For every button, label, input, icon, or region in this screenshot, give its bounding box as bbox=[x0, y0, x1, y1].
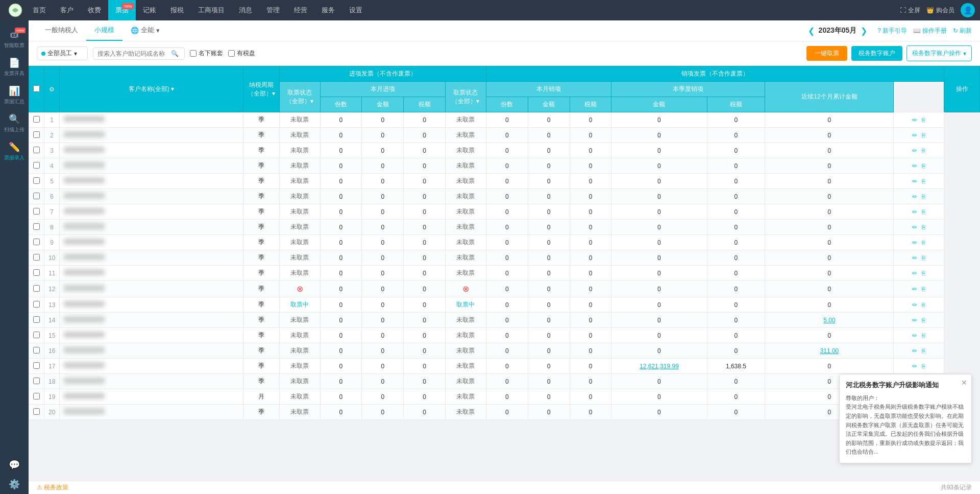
copy-button[interactable]: ⎘ bbox=[922, 286, 925, 293]
sidebar-item-scan-upload[interactable]: 🔍 扫描上传 bbox=[0, 109, 29, 137]
header-out-status[interactable]: 取票状态（全部）▾ bbox=[445, 82, 486, 112]
fullscreen-button[interactable]: ⛶ 全屏 bbox=[900, 6, 920, 15]
nav-message[interactable]: 消息 bbox=[232, 0, 259, 20]
copy-button[interactable]: ⎘ bbox=[922, 178, 925, 185]
tax-digital-button[interactable]: 税务数字账户 bbox=[851, 46, 902, 61]
sidebar-item-smart-ticket[interactable]: 🎟 智能取票 new bbox=[0, 26, 29, 53]
copy-button[interactable]: ⎘ bbox=[922, 208, 925, 216]
search-input[interactable] bbox=[97, 50, 169, 57]
row-checkbox[interactable] bbox=[33, 285, 40, 292]
row-checkbox[interactable] bbox=[33, 269, 40, 276]
row-checkbox[interactable] bbox=[33, 332, 40, 338]
select-all-checkbox[interactable] bbox=[33, 85, 40, 92]
header-tax-period[interactable]: 纳税周期（全部）▾ bbox=[243, 66, 279, 112]
header-in-status[interactable]: 取票状态（全部）▾ bbox=[279, 82, 320, 112]
row-checkbox[interactable] bbox=[33, 223, 40, 230]
sidebar-item-invoice-open[interactable]: 📄 发票开具 bbox=[0, 53, 29, 81]
row-checkbox[interactable] bbox=[33, 316, 40, 323]
edit-button[interactable]: ✏ bbox=[912, 332, 917, 339]
row-checkbox[interactable] bbox=[33, 208, 40, 215]
tab-small-scale[interactable]: 小规模 bbox=[86, 20, 122, 41]
row-checkbox[interactable] bbox=[33, 408, 40, 415]
notification-close-button[interactable]: ✕ bbox=[961, 379, 967, 387]
row-checkbox[interactable] bbox=[33, 393, 40, 399]
tax-digital-ops-button[interactable]: 税务数字账户操作 ▾ bbox=[906, 45, 972, 61]
sidebar-item-chat[interactable]: 💬 bbox=[9, 455, 20, 475]
edit-button[interactable]: ✏ bbox=[912, 347, 917, 355]
edit-button[interactable]: ✏ bbox=[912, 317, 917, 324]
one-click-ticket-button[interactable]: 一键取票 bbox=[806, 46, 847, 61]
copy-button[interactable]: ⎘ bbox=[922, 239, 925, 246]
row-checkbox[interactable] bbox=[33, 347, 40, 354]
nav-home[interactable]: 首页 bbox=[26, 0, 53, 20]
employee-select[interactable]: 全部员工 ▾ bbox=[37, 46, 88, 60]
copy-button[interactable]: ⎘ bbox=[922, 162, 925, 170]
row-checkbox[interactable] bbox=[33, 362, 40, 369]
copy-button[interactable]: ⎘ bbox=[922, 363, 925, 370]
under-account-checkbox[interactable] bbox=[190, 50, 197, 57]
copy-button[interactable]: ⎘ bbox=[922, 270, 925, 277]
new-guide-link[interactable]: ? 新手引导 bbox=[877, 27, 907, 35]
edit-button[interactable]: ✏ bbox=[912, 286, 917, 293]
nav-service[interactable]: 服务 bbox=[314, 0, 342, 20]
edit-button[interactable]: ✏ bbox=[912, 270, 917, 277]
copy-button[interactable]: ⎘ bbox=[922, 347, 925, 355]
copy-button[interactable]: ⎘ bbox=[922, 132, 925, 139]
row-checkbox[interactable] bbox=[33, 147, 40, 153]
copy-button[interactable]: ⎘ bbox=[922, 317, 925, 324]
nav-settings[interactable]: 设置 bbox=[342, 0, 370, 20]
copy-button[interactable]: ⎘ bbox=[922, 254, 925, 262]
has-tax-disk-checkbox[interactable] bbox=[228, 50, 235, 57]
copy-button[interactable]: ⎘ bbox=[922, 147, 925, 154]
row-checkbox[interactable] bbox=[33, 177, 40, 184]
row-checkbox[interactable] bbox=[33, 116, 40, 123]
row-checkbox[interactable] bbox=[33, 193, 40, 199]
edit-button[interactable]: ✏ bbox=[912, 132, 917, 139]
row-checkbox[interactable] bbox=[33, 378, 40, 384]
next-month-button[interactable]: ❯ bbox=[861, 26, 867, 36]
tab-all[interactable]: 🌐 全能 ▾ bbox=[122, 20, 168, 41]
checkbox-has-tax-disk[interactable]: 有税盘 bbox=[228, 49, 255, 58]
tax-policy-link[interactable]: ⚠ 税务政策 bbox=[37, 483, 68, 492]
sidebar-item-settings[interactable]: ⚙️ bbox=[9, 475, 20, 494]
edit-button[interactable]: ✏ bbox=[912, 301, 917, 309]
avatar[interactable]: 👤 bbox=[961, 3, 975, 17]
row-checkbox[interactable] bbox=[33, 301, 40, 308]
sidebar-item-ticket-entry[interactable]: ✏️ 票据录入 bbox=[0, 137, 29, 166]
nav-invoice[interactable]: 票据 new bbox=[108, 0, 136, 20]
nav-operation[interactable]: 经营 bbox=[287, 0, 314, 20]
tab-general-taxpayer[interactable]: 一般纳税人 bbox=[37, 20, 86, 41]
edit-button[interactable]: ✏ bbox=[912, 224, 917, 231]
edit-button[interactable]: ✏ bbox=[912, 162, 917, 170]
search-icon[interactable]: 🔍 bbox=[171, 50, 179, 57]
nav-tax[interactable]: 报税 bbox=[163, 0, 191, 20]
edit-button[interactable]: ✏ bbox=[912, 254, 917, 262]
copy-button[interactable]: ⎘ bbox=[922, 116, 925, 124]
nav-business[interactable]: 工商项目 bbox=[191, 0, 232, 20]
member-button[interactable]: 👑 购会员 bbox=[926, 6, 954, 15]
manual-link[interactable]: 📖 操作手册 bbox=[913, 27, 947, 35]
copy-button[interactable]: ⎘ bbox=[922, 224, 925, 231]
sidebar-item-ticket-summary[interactable]: 📊 票据汇总 bbox=[0, 81, 29, 109]
edit-button[interactable]: ✏ bbox=[912, 178, 917, 185]
checkbox-under-account[interactable]: 名下账套 bbox=[190, 49, 223, 58]
nav-customer[interactable]: 客户 bbox=[53, 0, 81, 20]
row-checkbox[interactable] bbox=[33, 131, 40, 138]
edit-button[interactable]: ✏ bbox=[912, 116, 917, 124]
refresh-link[interactable]: ↻ 刷新 bbox=[953, 27, 972, 35]
row-checkbox[interactable] bbox=[33, 254, 40, 261]
copy-button[interactable]: ⎘ bbox=[922, 193, 925, 200]
prev-month-button[interactable]: ❮ bbox=[808, 26, 815, 36]
nav-accounting[interactable]: 记账 bbox=[136, 0, 163, 20]
edit-button[interactable]: ✏ bbox=[912, 208, 917, 216]
edit-button[interactable]: ✏ bbox=[912, 239, 917, 246]
nav-billing[interactable]: 收费 bbox=[81, 0, 108, 20]
row-checkbox[interactable] bbox=[33, 239, 40, 245]
copy-button[interactable]: ⎘ bbox=[922, 301, 925, 309]
copy-button[interactable]: ⎘ bbox=[922, 332, 925, 339]
nav-manage[interactable]: 管理 bbox=[259, 0, 287, 20]
row-checkbox[interactable] bbox=[33, 162, 40, 169]
edit-button[interactable]: ✏ bbox=[912, 147, 917, 154]
edit-button[interactable]: ✏ bbox=[912, 193, 917, 200]
edit-button[interactable]: ✏ bbox=[912, 363, 917, 370]
